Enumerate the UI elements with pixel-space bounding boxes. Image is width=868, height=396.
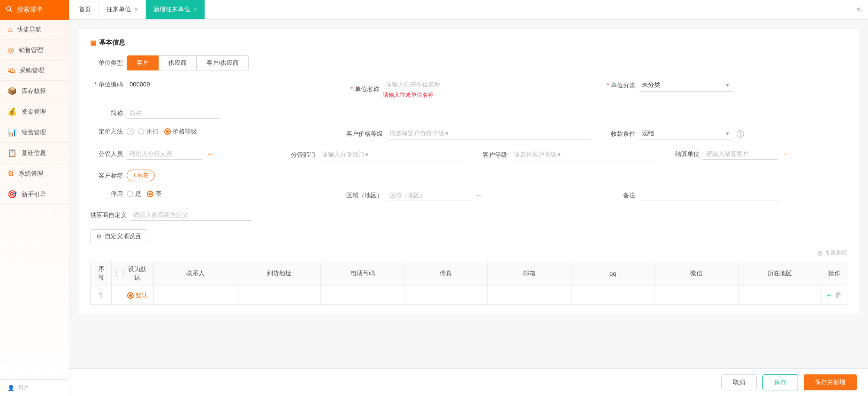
short-name-input[interactable] [127,108,221,119]
table-header-row: 🗑 批量删除 [90,249,847,257]
row-region[interactable] [738,286,822,305]
btn-both[interactable]: 客户/供应商 [197,55,249,70]
save-button[interactable]: 保存 [762,374,798,390]
col-contact: 联系人 [154,261,237,286]
delete-row-button[interactable]: 🗑 [835,291,842,300]
unit-code-input[interactable] [127,79,221,90]
sidebar-item-purchase[interactable]: 🛍 采购管理 [0,61,69,81]
row-phone[interactable] [321,286,404,305]
sidebar-item-quick-nav[interactable]: ⌂ 快捷导航 [0,20,69,40]
sidebar-item-label: 系统管理 [19,170,43,178]
batch-delete-button[interactable]: 🗑 批量删除 [817,249,847,257]
region-input[interactable] [387,190,471,201]
pricing-row: 定价方法 ? 折扣 价格等级 客户价格等级 [90,127,847,140]
save-new-button[interactable]: 保存并新增 [804,374,857,390]
unit-category-select[interactable]: 未分类 ▼ [639,79,733,92]
wechat-input[interactable] [660,290,733,301]
pricing-help-icon[interactable]: ? [127,128,134,135]
sidebar-item-label: 快捷导航 [17,25,41,34]
sidebar-item-operations[interactable]: 📊 经营管理 [0,122,69,143]
row-address[interactable] [237,286,321,305]
sidebar-item-label: 经营管理 [22,128,46,137]
row-default-radio[interactable]: 默认 [127,291,148,300]
tab-home[interactable]: 首页 [71,0,99,19]
pricing-method-field: 定价方法 ? 折扣 价格等级 [90,127,335,136]
close-all-tabs[interactable]: × [849,0,868,19]
add-tag-button[interactable]: + 标签 [127,170,155,181]
sidebar-item-finance[interactable]: 💰 资金管理 [0,101,69,122]
payment-terms-select[interactable]: 现结 ▼ [639,127,733,140]
customer-level-select[interactable]: 请选择客户等级 ▼ [511,148,655,161]
radio-price-level[interactable]: 价格等级 [164,127,197,136]
code-name-category-row: 单位编码 单位名称 请输入往来单位名称 单位分类 未分类 ▼ [90,79,847,99]
payment-help-icon[interactable]: ? [737,130,744,138]
sidebar-item-inventory[interactable]: 📦 库存核算 [0,81,69,101]
radio-yes[interactable]: 是 [127,190,141,198]
btn-customer[interactable]: 客户 [127,55,159,70]
cancel-button[interactable]: 取消 [721,374,757,390]
row-wechat[interactable] [655,286,738,305]
select-all-checkbox[interactable] [116,270,123,277]
radio-no[interactable]: 否 [147,190,161,198]
sidebar-item-label: 新手引导 [22,190,46,199]
manager-input[interactable] [127,148,202,160]
settlement-unit-field: 结算单位 ··· [667,148,848,160]
supplier-custom-input[interactable] [130,210,252,221]
batch-delete-label: 批量删除 [825,249,847,257]
basic-info-section: ▣ 基本信息 单位类型 客户 供应商 客户/供应商 单位编码 [79,29,859,314]
disabled-radio-group: 是 否 [127,190,161,198]
add-tag-label: + 标签 [133,171,149,179]
department-select[interactable]: 请输入分管部门 ▼ [319,148,464,161]
phone-input[interactable] [326,290,399,301]
email-input[interactable] [493,290,566,301]
sidebar-item-system[interactable]: ⚙ 系统管理 [0,163,69,184]
basic-info-icon: 📋 [8,148,17,157]
remarks-input[interactable] [639,190,780,201]
tab-new-partner[interactable]: 新增往来单位 × [146,0,205,19]
settlement-more-btn[interactable]: ··· [782,150,792,158]
tab-partners-close[interactable]: × [135,6,138,13]
search-menu-item[interactable]: 搜索菜单 [0,0,69,20]
address-input[interactable] [242,290,316,301]
radio-price-level-label: 价格等级 [173,127,197,136]
unit-type-row: 单位类型 客户 供应商 客户/供应商 [90,55,847,70]
purchase-icon: 🛍 [8,66,15,75]
fax-input[interactable] [409,290,483,301]
unit-name-input[interactable] [383,79,591,90]
manager-more-btn[interactable]: ··· [206,150,215,158]
col-region: 所在地区 [738,261,822,286]
remarks-field: 备注 [602,190,847,201]
payment-terms-value: 现结 [642,129,725,138]
sidebar-item-sales[interactable]: ◎ 销售管理 [0,40,69,61]
radio-yes-circle [127,191,133,197]
home-icon: ⌂ [8,25,12,34]
tab-partners[interactable]: 往来单位 × [99,0,146,19]
contact-input[interactable] [159,290,232,301]
row-email[interactable] [487,286,571,305]
col-email: 邮箱 [487,261,571,286]
unit-category-label: 单位分类 [602,81,635,90]
radio-discount[interactable]: 折扣 [138,127,159,136]
payment-terms-arrow: ▼ [725,131,730,136]
row-fax[interactable] [404,286,487,305]
add-row-button[interactable]: + [827,291,831,300]
tab-new-partner-close[interactable]: × [194,6,197,13]
sidebar-item-basic-info[interactable]: 📋 基础信息 [0,143,69,163]
section-icon: ▣ [90,39,96,47]
customer-level-placeholder: 请选择客户等级 [514,150,556,159]
unit-code-label: 单位编码 [90,80,123,89]
row-region-input[interactable] [743,290,817,301]
btn-supplier[interactable]: 供应商 [159,55,197,70]
row-checkbox[interactable] [118,292,125,299]
settlement-unit-input[interactable] [703,148,778,160]
customer-price-level-select[interactable]: 请选择客户价格等级 ▼ [387,127,591,140]
finance-icon: 💰 [8,107,17,116]
disabled-region-row: 停用 是 否 区域（地区） [90,190,847,201]
qq-input[interactable] [576,290,650,301]
sidebar-item-guide[interactable]: 🎯 新手引导 [0,184,69,205]
custom-settings-button[interactable]: ⚙ 自定义项设置 [90,229,147,243]
row-contact[interactable] [154,286,237,305]
row-qq[interactable] [571,286,655,305]
region-more-btn[interactable]: ··· [475,191,485,200]
tab-partners-label: 往来单位 [107,5,131,14]
